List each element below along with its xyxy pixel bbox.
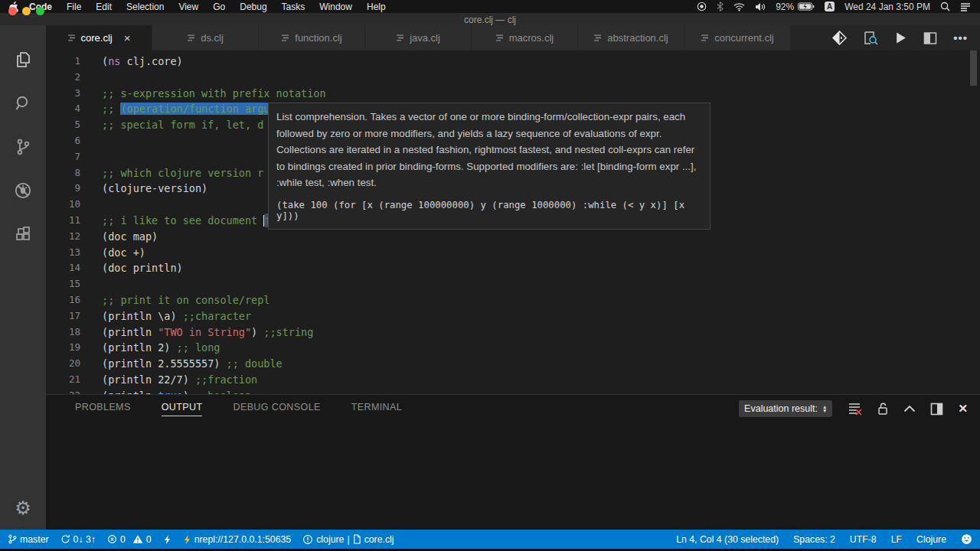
menubar-items: CodeFileEditSelectionViewGoDebugTasksWin… — [29, 2, 400, 12]
calva-bolt-indicator[interactable] — [163, 534, 172, 545]
tab-ds-clj[interactable]: ds.clj — [152, 25, 259, 51]
panel-tab-problems[interactable]: PROBLEMS — [75, 402, 131, 416]
menu-item-selection[interactable]: Selection — [126, 2, 164, 12]
tab-java-clj[interactable]: java.clj — [365, 25, 472, 51]
code-line-17[interactable]: 17(println \a) ;;character — [46, 308, 980, 324]
code-line-21[interactable]: 21(println 22/7) ;;fraction — [46, 372, 980, 388]
close-tab-icon[interactable]: × — [124, 32, 131, 44]
line-number: 12 — [46, 229, 80, 245]
bluetooth-icon[interactable] — [717, 2, 724, 11]
split-editor-icon[interactable] — [923, 31, 937, 45]
notification-center-icon[interactable] — [960, 2, 971, 11]
cursor-position-indicator[interactable]: Ln 4, Col 4 (30 selected) — [676, 534, 779, 545]
code-line-1[interactable]: 1(ns clj.core) — [46, 54, 980, 70]
eol-indicator[interactable]: LF — [891, 534, 902, 545]
panel-tab-debug-console[interactable]: DEBUG CONSOLE — [233, 402, 320, 416]
input-source-icon[interactable]: A — [825, 2, 835, 11]
menu-item-help[interactable]: Help — [367, 2, 386, 12]
line-text: (doc println) — [102, 260, 183, 276]
source-control-icon[interactable] — [0, 125, 46, 168]
clojure-repl-indicator[interactable]: clojure | core.clj — [302, 534, 394, 545]
code-line-3[interactable]: 3;; s-expression with prefix notation — [46, 86, 980, 102]
line-number: 19 — [46, 340, 80, 356]
menu-item-edit[interactable]: Edit — [96, 2, 112, 12]
volume-icon[interactable] — [755, 2, 766, 11]
code-line-15[interactable]: 15 — [46, 276, 980, 292]
panel-actions: Evaluation result: ▲▼ ✕ — [739, 400, 980, 417]
debug-icon[interactable] — [0, 168, 46, 212]
code-line-2[interactable]: 2 — [46, 70, 980, 86]
line-number: 6 — [46, 133, 80, 149]
close-panel-icon[interactable]: ✕ — [958, 402, 968, 416]
search-icon[interactable] — [0, 81, 46, 125]
code-line-22[interactable]: 22(println true) ;;boolean — [46, 388, 980, 394]
panel-header: PROBLEMSOUTPUTDEBUG CONSOLETERMINAL Eval… — [46, 395, 980, 422]
minimize-window-button[interactable] — [22, 7, 31, 15]
more-actions-icon[interactable]: ••• — [953, 31, 968, 44]
menu-item-tasks[interactable]: Tasks — [282, 2, 305, 12]
zoom-window-button[interactable] — [36, 7, 44, 15]
screen-record-icon[interactable] — [697, 2, 707, 11]
editor-scrollbar[interactable] — [970, 51, 977, 86]
extensions-icon[interactable] — [0, 212, 46, 256]
panel-tabs: PROBLEMSOUTPUTDEBUG CONSOLETERMINAL — [75, 402, 433, 416]
run-icon[interactable] — [894, 31, 907, 44]
clear-output-icon[interactable] — [847, 402, 862, 416]
line-number: 11 — [46, 213, 80, 229]
code-line-16[interactable]: 16;; print it on console/repl — [46, 292, 980, 308]
line-text: (ns clj.core) — [102, 54, 183, 70]
open-preview-icon[interactable] — [863, 31, 878, 46]
warning-count: 0 — [146, 534, 152, 545]
chevron-up-icon[interactable] — [903, 405, 916, 412]
menu-item-go[interactable]: Go — [213, 2, 225, 12]
tab-abstraction-clj[interactable]: abstraction.clj — [578, 25, 684, 51]
tab-label: concurrent.clj — [714, 32, 773, 44]
tab-concurrent-clj[interactable]: concurrent.clj — [684, 25, 791, 51]
tab-core-clj[interactable]: core.clj× — [46, 25, 152, 51]
line-text: (println "TWO in String") ;;string — [102, 324, 313, 341]
line-number: 16 — [46, 292, 80, 308]
indentation-indicator[interactable]: Spaces: 2 — [793, 534, 835, 545]
code-line-12[interactable]: 12(doc map) — [46, 229, 980, 245]
feedback-smiley-icon[interactable] — [961, 533, 972, 545]
language-mode-indicator[interactable]: Clojure — [916, 534, 946, 545]
code-line-19[interactable]: 19(println 2) ;; long — [46, 340, 980, 356]
menu-item-debug[interactable]: Debug — [240, 2, 266, 12]
maximize-panel-icon[interactable] — [930, 403, 943, 416]
git-branch-indicator[interactable]: master — [8, 533, 49, 545]
problems-indicator[interactable]: 0 0 — [107, 534, 152, 545]
code-line-18[interactable]: 18(println "TWO in String") ;;string — [46, 324, 980, 341]
code-line-13[interactable]: 13(doc +) — [46, 245, 980, 261]
calva-icon[interactable] — [832, 31, 847, 45]
battery-indicator[interactable]: 92% — [776, 2, 815, 12]
sync-indicator[interactable]: 0↓ 3↑ — [60, 534, 96, 545]
explorer-icon[interactable] — [0, 37, 46, 81]
window-controls — [8, 7, 44, 15]
tab-macros-clj[interactable]: macros.clj — [472, 25, 578, 51]
code-line-20[interactable]: 20(println 2.5555557) ;; double — [46, 356, 980, 372]
repl-separator: | — [347, 534, 349, 545]
output-channel-dropdown[interactable]: Evaluation result: ▲▼ — [739, 400, 832, 417]
close-window-button[interactable] — [8, 7, 17, 15]
tab-bar-tabs: core.clj×ds.cljfunction.cljjava.cljmacro… — [46, 25, 791, 51]
lock-icon[interactable] — [877, 402, 889, 416]
nrepl-connection-indicator[interactable]: nrepl://127.0.0.1:50635 — [183, 534, 292, 545]
menu-item-view[interactable]: View — [178, 2, 198, 12]
editor-actions: ••• — [832, 25, 980, 51]
panel-tab-terminal[interactable]: TERMINAL — [351, 402, 402, 416]
battery-icon — [798, 2, 815, 11]
info-icon — [302, 534, 313, 545]
settings-gear-icon[interactable]: ⚙ — [15, 499, 31, 517]
activity-bar: ⚙ — [0, 25, 46, 530]
panel-tab-output[interactable]: OUTPUT — [162, 402, 203, 416]
tooltip-example-code: (take 100 (for [x (range 100000000) y (r… — [276, 200, 702, 221]
spotlight-search-icon[interactable] — [940, 2, 950, 11]
tab-function-clj[interactable]: function.clj — [259, 25, 365, 51]
code-line-14[interactable]: 14(doc println) — [46, 260, 980, 276]
wifi-icon[interactable] — [733, 2, 745, 11]
tab-label: core.clj — [81, 32, 113, 44]
menu-item-window[interactable]: Window — [319, 2, 352, 12]
menu-item-file[interactable]: File — [67, 2, 81, 12]
encoding-indicator[interactable]: UTF-8 — [850, 534, 877, 545]
menubar-clock[interactable]: Wed 24 Jan 3:50 PM — [844, 2, 930, 12]
